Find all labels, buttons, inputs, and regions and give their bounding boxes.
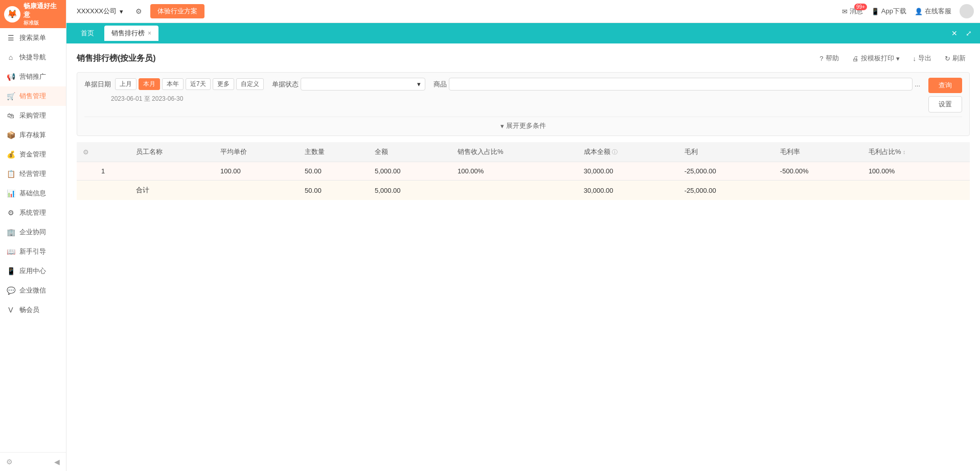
date-btn-this-year[interactable]: 本年: [162, 78, 184, 90]
sidebar-item-8[interactable]: 📊 基础信息: [0, 184, 66, 203]
query-button[interactable]: 查询: [928, 78, 962, 93]
print-dropdown-icon: ▾: [896, 55, 900, 62]
refresh-button[interactable]: ↻ 刷新: [941, 52, 970, 65]
footer-cost: 30,000.00: [578, 181, 678, 200]
date-range-display: 2023-06-01 至 2023-06-30: [111, 95, 183, 103]
sidebar-item-9[interactable]: ⚙ 系统管理: [0, 203, 66, 222]
tab-sales-ranking[interactable]: 销售排行榜 ×: [104, 26, 158, 41]
app-subtitle: 标准版: [24, 19, 62, 26]
sidebar-label-0: 搜索菜单: [19, 33, 46, 42]
col-settings[interactable]: ⚙: [77, 142, 95, 162]
date-filter-buttons: 上月 本月 本年 近7天 更多 自定义: [115, 78, 264, 90]
app-download-button[interactable]: 📱 App下载: [871, 7, 906, 16]
sidebar-settings-icon[interactable]: ⚙: [6, 458, 13, 466]
sidebar-item-14[interactable]: V 畅会员: [0, 300, 66, 320]
company-name: XXXXXX公司: [77, 7, 117, 16]
footer-sales-pct: [451, 181, 578, 200]
sidebar-item-4[interactable]: 🛍 采购管理: [0, 106, 66, 125]
template-print-button[interactable]: 🖨 按模板打印 ▾: [848, 52, 904, 65]
row-cost: 30,000.00: [578, 162, 678, 181]
page-title-row: 销售排行榜(按业务员) ? 帮助 🖨 按模板打印 ▾ ↓ 导出: [77, 52, 970, 65]
col-gross: 毛利: [678, 142, 774, 162]
main-area: XXXXXX公司 ▾ ⚙ 体验行业方案 ✉ 消息 99+ 📱 App下载 👤 在…: [66, 0, 980, 471]
expand-button[interactable]: ▾ 展开更多条件: [500, 121, 546, 130]
sidebar-label-6: 资金管理: [19, 150, 46, 159]
row-rank: 1: [95, 162, 130, 181]
sidebar-item-11[interactable]: 📖 新手引导: [0, 242, 66, 261]
col-gross-pct: 毛利占比% ↕: [862, 142, 970, 162]
date-btn-7days[interactable]: 近7天: [186, 78, 211, 90]
date-btn-more[interactable]: 更多: [213, 78, 234, 90]
sidebar: 🦊 畅康通好生意 标准版 ☰ 搜索菜单 ⌂ 快捷导航 📢 营销推广 🛒 销售管理…: [0, 0, 66, 471]
expand-label: 展开更多条件: [506, 121, 546, 130]
service-icon: 👤: [915, 8, 923, 15]
sidebar-item-1[interactable]: ⌂ 快捷导航: [0, 48, 66, 67]
date-filter-label: 单据日期: [84, 80, 111, 89]
sidebar-label-10: 企业协同: [19, 228, 46, 237]
sidebar-item-7[interactable]: 📋 经营管理: [0, 164, 66, 184]
print-icon: 🖨: [852, 55, 859, 62]
tab-close-window-icon[interactable]: ✕: [949, 27, 960, 39]
date-btn-custom[interactable]: 自定义: [236, 78, 264, 90]
sidebar-icon-0: ☰: [6, 34, 15, 42]
sidebar-label-7: 经营管理: [19, 169, 46, 178]
sidebar-item-0[interactable]: ☰ 搜索菜单: [0, 28, 66, 48]
sidebar-item-12[interactable]: 📱 应用中心: [0, 261, 66, 281]
logo-icon: 🦊: [4, 6, 20, 23]
sidebar-icon-6: 💰: [6, 150, 15, 159]
sidebar-item-10[interactable]: 🏢 企业协同: [0, 222, 66, 242]
sidebar-item-13[interactable]: 💬 企业微信: [0, 281, 66, 300]
filter-settings-button[interactable]: 设置: [928, 96, 962, 113]
company-selector[interactable]: XXXXXX公司 ▾: [73, 5, 127, 18]
message-icon: ✉: [842, 8, 848, 15]
user-avatar[interactable]: [960, 4, 974, 18]
row-gross-rate: -500.00%: [774, 162, 862, 181]
row-qty: 50.00: [299, 162, 369, 181]
col-sales-pct: 销售收入占比%: [451, 142, 578, 162]
app-title: 畅康通好生意: [24, 2, 62, 19]
goods-filter: 商品 ...: [434, 78, 920, 91]
sidebar-label-2: 营销推广: [19, 72, 46, 81]
sidebar-label-13: 企业微信: [19, 286, 46, 295]
footer-settings-col: [77, 181, 95, 200]
message-button[interactable]: ✉ 消息 99+: [842, 7, 863, 16]
trial-button[interactable]: 体验行业方案: [150, 4, 204, 18]
tab-close-icon[interactable]: ×: [148, 30, 151, 37]
col-avg-price: 平均单价: [214, 142, 299, 162]
export-label: 导出: [918, 54, 931, 63]
tab-home[interactable]: 首页: [73, 26, 102, 41]
help-button[interactable]: ? 帮助: [815, 52, 842, 65]
goods-input[interactable]: [449, 78, 913, 91]
sales-ranking-table: ⚙ 员工名称 平均单价 主数量 全额 销售收入占比% 成本全额 ⓘ 毛利 毛利率…: [77, 142, 970, 200]
footer-gross-rate: [774, 181, 862, 200]
gross-pct-info-icon[interactable]: ↕: [903, 149, 906, 155]
status-select[interactable]: ▾: [301, 78, 425, 91]
sidebar-icon-11: 📖: [6, 248, 15, 256]
sidebar-icon-4: 🛍: [6, 111, 15, 120]
sidebar-item-6[interactable]: 💰 资金管理: [0, 145, 66, 164]
refresh-label: 刷新: [952, 54, 966, 63]
sidebar-item-3[interactable]: 🛒 销售管理: [0, 86, 66, 106]
row-avg-price: 100.00: [214, 162, 299, 181]
goods-filter-label: 商品: [434, 80, 447, 89]
sidebar-label-4: 采购管理: [19, 111, 46, 120]
sidebar-item-2[interactable]: 📢 营销推广: [0, 67, 66, 86]
sidebar-label-9: 系统管理: [19, 208, 46, 217]
sidebar-icon-10: 🏢: [6, 228, 15, 236]
date-btn-this-month[interactable]: 本月: [139, 78, 160, 90]
sidebar-icon-12: 📱: [6, 267, 15, 275]
sidebar-item-5[interactable]: 📦 库存核算: [0, 125, 66, 145]
export-button[interactable]: ↓ 导出: [909, 52, 936, 65]
tab-expand-icon[interactable]: ⤢: [964, 27, 974, 39]
content-area: 销售排行榜(按业务员) ? 帮助 🖨 按模板打印 ▾ ↓ 导出: [66, 43, 980, 471]
help-icon: ?: [819, 55, 823, 62]
sidebar-collapse-icon[interactable]: ◀: [54, 458, 60, 466]
cost-info-icon[interactable]: ⓘ: [612, 149, 618, 155]
company-settings-icon[interactable]: ⚙: [133, 5, 144, 17]
print-label: 按模板打印: [861, 54, 894, 63]
col-cost: 成本全额 ⓘ: [578, 142, 678, 162]
online-service-button[interactable]: 👤 在线客服: [915, 7, 951, 16]
goods-more-btn[interactable]: ...: [915, 80, 920, 88]
status-filter: 单据状态 ▾: [272, 78, 425, 91]
date-btn-last-month[interactable]: 上月: [115, 78, 136, 90]
